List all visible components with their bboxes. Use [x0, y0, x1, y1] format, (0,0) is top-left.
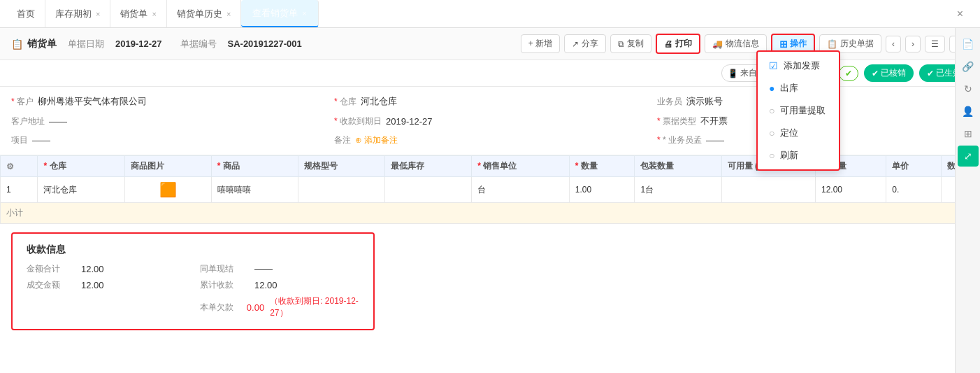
row-minstock [385, 177, 472, 203]
remark-row: 备注 ⊕ 添加备注 [334, 134, 646, 146]
operation-label: 操作 [790, 38, 807, 50]
share-label: 分享 [582, 38, 598, 50]
phone-icon: 📱 [728, 69, 738, 78]
refresh-label: 刷新 [780, 149, 798, 162]
owed-extra: （收款到期日: 2019-12-27） [270, 295, 359, 319]
tab-sales-history[interactable]: 销货单历史 × [167, 0, 241, 27]
duedate-label: 收款到期日 [334, 115, 382, 127]
next-button[interactable]: › [905, 36, 921, 52]
copy-button[interactable]: ⧉ 复制 [610, 34, 651, 53]
th-image: 商品图片 [124, 156, 211, 177]
doc-title: 📋 销货单 [11, 38, 57, 50]
cumulative-received-label: 累计收款 [200, 279, 249, 291]
owed-value: 0.00 [247, 302, 264, 313]
th-unit: * 销售单位 [472, 156, 569, 177]
deal-amount-label: 成交金额 [27, 279, 75, 291]
doc-date-label: 单据日期 [68, 38, 104, 50]
same-order-settle-row: 同单现结 —— [200, 263, 359, 275]
sold-button[interactable]: ✔ 已核销 [864, 64, 914, 82]
prev-button[interactable]: ‹ [886, 36, 901, 52]
tab-history-close[interactable]: × [226, 10, 231, 18]
cumulative-received-row: 累计收款 12.00 [200, 279, 359, 291]
tab-home[interactable]: 首页 [7, 0, 45, 27]
tab-view-sales-label: 查看销货单 [252, 7, 298, 20]
sold-check-icon: ✔ [872, 69, 879, 78]
settings-icon[interactable]: ⚙ [6, 162, 14, 171]
employee-value: 演示账号 [686, 95, 723, 108]
available-extract-item[interactable]: ○ 可用量提取 [758, 99, 839, 122]
operation-grid-icon: ⊞ [779, 38, 788, 50]
window-close-btn[interactable]: × [947, 8, 973, 20]
th-settings: ⚙ [1, 156, 38, 177]
sidebar-grid-icon[interactable]: ⊞ [958, 123, 979, 144]
employee-label: 业务员 [657, 96, 682, 108]
row-price: 0. [886, 177, 941, 203]
locate-icon: ○ [769, 127, 774, 139]
row-current: 12.00 [816, 177, 886, 203]
row-qty: 1.00 [569, 177, 635, 203]
share-icon: ↗ [572, 39, 579, 49]
doc-title-text: 销货单 [27, 38, 57, 50]
outbound-item[interactable]: ● 出库 [758, 77, 839, 99]
tab-bar: 首页 库存期初 × 销货单 × 销货单历史 × 查看销货单 × × [0, 0, 980, 28]
tab-view-sales-close[interactable]: × [302, 9, 306, 17]
right-sidebar: 📄 🔗 ↻ 👤 ⊞ ⤢ [955, 28, 980, 373]
add-invoice-checkbox-icon: ☑ [769, 60, 778, 71]
tab-sales-close[interactable]: × [152, 10, 156, 18]
remark-label: 备注 [334, 134, 351, 146]
sidebar-doc-icon[interactable]: 📄 [958, 34, 979, 55]
warehouse-value: 河北仓库 [361, 95, 397, 108]
confirm-label: ✔ [845, 69, 852, 78]
sidebar-refresh-icon[interactable]: ↻ [958, 78, 979, 99]
print-button[interactable]: 🖨 打印 [656, 34, 700, 54]
row-available [721, 177, 815, 203]
th-price: 单价 [886, 156, 941, 177]
amount-total-label: 金额合计 [27, 263, 75, 275]
tab-inventory-close[interactable]: × [96, 10, 100, 18]
payment-box: 收款信息 金额合计 12.00 同单现结 —— 成交金额 12.00 累计收款 … [11, 232, 375, 330]
summary-row: 小计 [1, 203, 980, 224]
sidebar-person-icon[interactable]: 👤 [958, 101, 979, 122]
payment-grid: 金额合计 12.00 同单现结 —— 成交金额 12.00 累计收款 12.00… [27, 263, 359, 319]
doc-title-icon: 📋 [11, 38, 23, 50]
logistics-label: 物流信息 [726, 38, 759, 50]
row-product: 嘻嘻嘻嘻 [211, 177, 298, 203]
th-product: * 商品 [211, 156, 298, 177]
owed-label: 本单欠款 [200, 302, 241, 314]
confirm-button[interactable]: ✔ [839, 66, 858, 81]
row-warehouse: 河北仓库 [38, 177, 124, 203]
summary-label: 小计 [1, 203, 980, 224]
outbound-label: 出库 [780, 82, 798, 94]
project-label: 项目 [11, 134, 28, 146]
row-packqty: 1台 [635, 177, 721, 203]
project-value: —— [32, 135, 50, 146]
refresh-item[interactable]: ○ 刷新 [758, 144, 839, 167]
list-view-button[interactable]: ☰ [925, 36, 945, 52]
add-invoice-item[interactable]: ☑ 添加发票 [758, 55, 839, 77]
duedate-value: 2019-12-27 [386, 116, 433, 127]
th-qty: * 数量 [569, 156, 635, 177]
th-minstock: 最低库存 [385, 156, 472, 177]
th-packqty: 包装数量 [635, 156, 721, 177]
amount-total-value: 12.00 [81, 264, 104, 274]
deal-amount-row: 成交金额 12.00 [27, 279, 186, 291]
tickettype-label: 票据类型 [657, 115, 696, 127]
customer-label: 客户 [11, 96, 34, 108]
address-value: —— [49, 116, 67, 127]
sidebar-link-icon[interactable]: 🔗 [958, 56, 979, 77]
doc-date-value: 2019-12-27 [115, 38, 162, 49]
sold-label: 已核销 [881, 67, 906, 79]
add-button[interactable]: + 新增 [521, 34, 560, 53]
history-label: 历史单据 [840, 38, 874, 50]
print-icon: 🖨 [664, 39, 672, 49]
operation-dropdown: ☑ 添加发票 ● 出库 ○ 可用量提取 ○ 定位 ○ 刷新 [756, 50, 840, 171]
share-button[interactable]: ↗ 分享 [564, 34, 606, 53]
sidebar-expand-icon[interactable]: ⤢ [958, 146, 979, 167]
tab-view-sales[interactable]: 查看销货单 × [241, 0, 318, 27]
tab-sales-order[interactable]: 销货单 × [110, 0, 166, 27]
add-remark-btn[interactable]: ⊕ 添加备注 [355, 134, 398, 146]
effect-check-icon: ✔ [927, 69, 934, 78]
print-label: 打印 [675, 38, 692, 50]
locate-item[interactable]: ○ 定位 [758, 122, 839, 144]
tab-inventory-init[interactable]: 库存期初 × [45, 0, 110, 27]
